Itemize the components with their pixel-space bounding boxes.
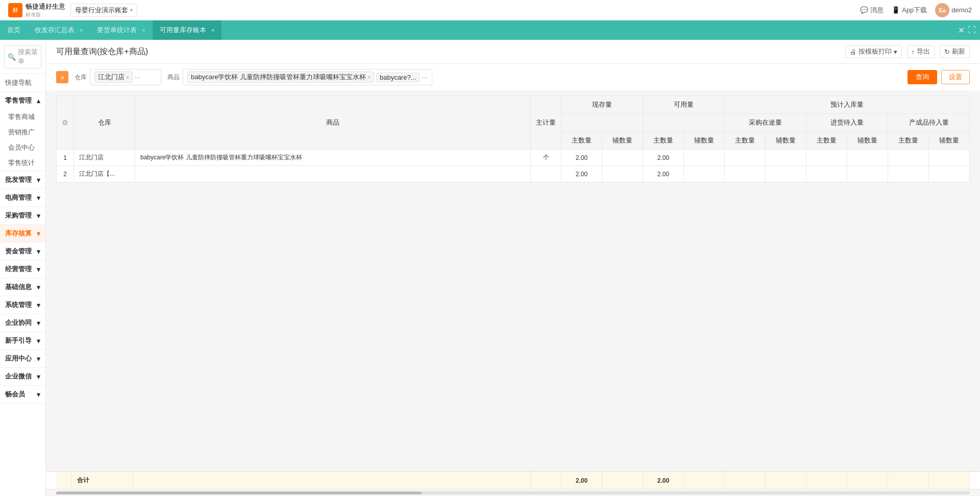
sidebar-group-enterprise-collab: 企业协同 ▾ <box>0 314 45 332</box>
row-current-main: 2.00 <box>561 166 602 182</box>
chevron-down-icon5: ▾ <box>37 248 40 255</box>
sidebar-group-member-header[interactable]: 畅会员 ▾ <box>0 386 45 403</box>
th-inbound-pending-main: 主数量 <box>806 132 847 150</box>
tab-order-stats[interactable]: 要货单统计表 × <box>90 20 152 40</box>
chevron-down-icon13: ▾ <box>37 391 40 398</box>
tab-receive-summary-close[interactable]: × <box>80 27 83 33</box>
sidebar-group-member: 畅会员 ▾ <box>0 386 45 404</box>
sidebar-group-app-center: 应用中心 ▾ <box>0 350 45 368</box>
th-purchase-transit-aux: 辅数量 <box>766 132 806 150</box>
filter-toggle-btn[interactable]: » <box>56 71 68 83</box>
sidebar-search-area: 🔍 搜索菜单 <box>0 40 45 74</box>
logo: 好 畅捷通好生意 标准版 <box>8 2 65 18</box>
row-current-aux <box>602 166 643 182</box>
th-finished-goods: 产成品待入量 <box>888 114 970 132</box>
product-filter-input[interactable]: babycare学饮杯 儿童防摔防撞吸管杯重力球吸嘴杯宝宝水杯 × babyca… <box>183 69 432 85</box>
industry-selector[interactable]: 母婴行业演示账套 ▾ <box>70 4 137 17</box>
row-ip-main <box>806 166 847 182</box>
sidebar-group-ecommerce-header[interactable]: 电商管理 ▾ <box>0 189 45 206</box>
product-tag1-close[interactable]: × <box>368 75 371 80</box>
operations-label: 经营管理 <box>5 265 32 274</box>
sidebar-group-enterprise-wechat-header[interactable]: 企业微信 ▾ <box>0 368 45 385</box>
row-fg-main <box>888 150 929 166</box>
footer-current-main: 2.00 <box>561 472 602 489</box>
tab-available-stock-close[interactable]: × <box>211 27 214 33</box>
tab-home[interactable]: 首页 <box>0 20 28 40</box>
th-purchase-transit: 采购在途量 <box>725 114 806 132</box>
row-ip-aux <box>847 166 888 182</box>
footer-ip-main <box>806 472 847 489</box>
warehouse-tag-close[interactable]: × <box>126 75 129 80</box>
tab-order-stats-label: 要货单统计表 <box>97 26 137 35</box>
th-current-aux-qty: 辅数量 <box>602 132 643 150</box>
sidebar-group-onboarding-header[interactable]: 新手引导 ▾ <box>0 332 45 349</box>
row-warehouse: 江北门店【... <box>74 166 135 182</box>
sidebar-item-quick-nav[interactable]: 快捷导航 <box>0 74 45 92</box>
app-download-action[interactable]: 📱 App下载 <box>892 6 927 15</box>
sidebar-group-system-header[interactable]: 系统管理 ▾ <box>0 296 45 314</box>
settings-btn[interactable]: 设置 <box>941 70 970 84</box>
th-current-main-qty: 主数量 <box>561 132 602 150</box>
sidebar-group-basic-header[interactable]: 基础信息 ▾ <box>0 278 45 296</box>
tab-home-label: 首页 <box>7 26 20 35</box>
chevron-down-icon6: ▾ <box>37 266 40 273</box>
th-available: 可用量 <box>643 96 725 114</box>
tab-order-stats-close[interactable]: × <box>142 27 145 33</box>
message-label: 消息 <box>870 6 884 15</box>
chevron-down-icon12: ▾ <box>37 373 40 381</box>
chevron-down-icon9: ▾ <box>37 319 40 327</box>
user-action[interactable]: Ea demo2 <box>935 3 972 17</box>
product-more-icon[interactable]: ··· <box>422 73 428 81</box>
sidebar-group-inventory-header[interactable]: 库存核算 ▾ <box>0 225 45 242</box>
chevron-down-icon7: ▾ <box>37 284 40 291</box>
sidebar-group-retail-header[interactable]: 零售管理 ▴ <box>0 92 45 109</box>
tab-available-stock[interactable]: 可用量库存账本 × <box>153 20 222 40</box>
retail-mall-label: 零售商城 <box>8 113 35 121</box>
footer-pt-main <box>725 472 766 489</box>
mobile-icon: 📱 <box>892 6 900 14</box>
sidebar-group-finance-header[interactable]: 资金管理 ▾ <box>0 243 45 260</box>
sidebar-group-purchase-header[interactable]: 采购管理 ▾ <box>0 207 45 224</box>
sidebar-group-system: 系统管理 ▾ <box>0 296 45 314</box>
logo-icon: 好 <box>8 3 22 17</box>
maximize-icon[interactable]: ⛶ <box>968 26 976 35</box>
warehouse-filter-field: 仓库 江北门店 × ··· <box>75 69 161 85</box>
sidebar: 🔍 搜索菜单 快捷导航 零售管理 ▴ 零售商城 营销推广 会员中心 零售统计 <box>0 40 46 496</box>
top-bar-right: 💬 消息 📱 App下载 Ea demo2 <box>860 3 972 17</box>
row-fg-main <box>888 166 929 182</box>
close-window-icon[interactable]: ✕ <box>958 26 965 35</box>
th-settings: ⚙ <box>57 96 74 150</box>
filter-actions: 查询 设置 <box>908 70 970 84</box>
table-row: 2 江北门店【... 2.00 2.00 <box>57 166 970 182</box>
message-action[interactable]: 💬 消息 <box>860 6 884 15</box>
username: demo2 <box>951 6 972 14</box>
export-label: 导出 <box>917 47 930 56</box>
footer-fg-main <box>888 472 929 489</box>
sidebar-group-wholesale-header[interactable]: 批发管理 ▾ <box>0 171 45 188</box>
sidebar-item-retail-mall[interactable]: 零售商城 <box>0 109 45 125</box>
print-template-btn[interactable]: 🖨 按模板打印 ▾ <box>845 45 902 58</box>
search-menu-button[interactable]: 🔍 搜索菜单 <box>4 45 41 68</box>
sidebar-item-retail-stats[interactable]: 零售统计 <box>0 155 45 171</box>
sidebar-group-finance: 资金管理 ▾ <box>0 243 45 261</box>
product-tag2-value: babycare?... <box>380 74 416 81</box>
page-header: 可用量查询(按仓库+商品) 🖨 按模板打印 ▾ ↑ 导出 ↻ 刷新 <box>46 40 980 64</box>
query-btn[interactable]: 查询 <box>908 70 937 84</box>
sidebar-item-member-center[interactable]: 会员中心 <box>0 140 45 155</box>
sidebar-group-app-center-header[interactable]: 应用中心 ▾ <box>0 350 45 367</box>
sidebar-group-enterprise-collab-header[interactable]: 企业协同 ▾ <box>0 314 45 332</box>
sidebar-item-marketing[interactable]: 营销推广 <box>0 125 45 140</box>
refresh-btn[interactable]: ↻ 刷新 <box>940 45 970 58</box>
export-btn[interactable]: ↑ 导出 <box>907 45 935 58</box>
gear-icon[interactable]: ⚙ <box>62 119 68 127</box>
warehouse-more-icon[interactable]: ··· <box>135 73 141 81</box>
tab-receive-summary[interactable]: 收发存汇总表 × <box>28 20 90 40</box>
sidebar-group-operations-header[interactable]: 经营管理 ▾ <box>0 261 45 278</box>
footer-unit <box>531 472 561 489</box>
logo-text-block: 畅捷通好生意 标准版 <box>26 2 65 18</box>
horizontal-scrollbar[interactable] <box>56 491 970 494</box>
sidebar-group-operations: 经营管理 ▾ <box>0 261 45 278</box>
nav-tabs-right: ✕ ⛶ <box>958 26 980 35</box>
warehouse-filter-input[interactable]: 江北门店 × ··· <box>90 69 161 85</box>
top-bar: 好 畅捷通好生意 标准版 母婴行业演示账套 ▾ 💬 消息 📱 App下载 Ea … <box>0 0 980 20</box>
